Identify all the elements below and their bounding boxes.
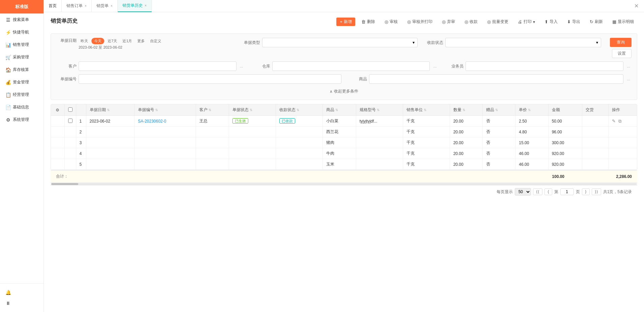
date-tab-7days[interactable]: 近7天 [106,38,119,44]
add-button[interactable]: + 新增 [336,18,355,26]
date-tab-1month[interactable]: 近1月 [120,38,134,44]
scrollbar-thumb[interactable] [51,183,78,185]
page-total-label: 页 [576,189,580,195]
copy-icon[interactable]: ⧉ [618,119,621,124]
refresh-button[interactable]: ↻ 刷新 [586,18,606,26]
th-check[interactable] [64,104,76,116]
tab-home[interactable]: 首页 [44,0,62,12]
tab-sales-history-close[interactable]: × [145,4,147,7]
customer-ellipsis[interactable]: ... [239,64,245,69]
date-tab-more[interactable]: 更多 [135,38,147,44]
sidebar-item-finance[interactable]: 💰 资金管理 [0,76,44,88]
sidebar-item-sales-mgmt[interactable]: 📊 销售管理 [0,38,44,51]
warehouse-input[interactable] [272,61,430,71]
sidebar-item-basic-info[interactable]: 📄 基础信息 [0,101,44,113]
date-tab-yesterday[interactable]: 昨天 [79,38,90,44]
type-select[interactable]: ▾ [262,38,418,47]
prev-page-button[interactable]: ⟨ [544,188,552,195]
last-page-button[interactable]: ⟩⟩ [592,188,601,195]
search-menu-icon: ☰ [5,17,11,23]
tab-sales-order-close[interactable]: × [85,4,87,8]
batch-change-button[interactable]: ◎ 批量变更 [484,18,512,26]
staff-ellipsis[interactable]: ... [625,64,632,69]
goods-input[interactable] [369,74,623,84]
collapse-button[interactable]: ∧ 收起更多条件 [56,87,632,96]
horizontal-scrollbar[interactable] [51,182,637,185]
page-title: 销货单历史 [51,18,78,25]
print-button[interactable]: 🖨 打印 ▾ [514,18,538,26]
audit-print-button[interactable]: ◎ 审核并打印 [404,18,436,26]
td-doc-no[interactable] [134,148,196,159]
audit-button[interactable]: ◎ 审核 [381,18,401,26]
customer-label: 客户 [56,63,77,69]
show-detail-button[interactable]: ▦ 显示明细 [609,18,637,26]
docno-input[interactable] [79,74,341,84]
sidebar-item-operations[interactable]: 📋 经营管理 [0,88,44,101]
td-doc-no[interactable] [134,127,196,137]
sidebar-item-search-menu[interactable]: ☰ 搜索菜单 [0,14,44,26]
date-tab-today[interactable]: 今天 [91,38,104,44]
th-collect-status[interactable]: 收款状态⇅ [276,104,323,116]
collect-select[interactable]: ▾ [445,38,601,47]
tab-sales-delivery[interactable]: 销货单 × [92,0,118,12]
warehouse-ellipsis[interactable]: ... [432,64,438,69]
td-goods: 牛肉 [323,148,356,159]
collect-button[interactable]: ◎ 收款 [461,18,481,26]
td-check[interactable] [64,127,76,137]
tab-sales-history[interactable]: 销货单历史 × [118,0,152,12]
td-check[interactable] [64,159,76,170]
scrollbar-track[interactable] [51,183,637,185]
abandon-button[interactable]: ◎ 弃审 [439,18,458,26]
th-unit[interactable]: 销售单位⇅ [403,104,450,116]
td-collect-status [276,137,323,148]
next-page-button[interactable]: ⟩ [582,188,590,195]
set-button[interactable]: 设置 [612,49,632,58]
th-doc-status[interactable]: 单据状态⇅ [229,104,276,116]
select-all-checkbox[interactable] [68,107,73,112]
doc-no-link[interactable]: SA-20230602-0 [138,119,166,124]
td-rownum: 1 [76,116,86,127]
staff-input[interactable] [466,61,623,71]
import-button[interactable]: ⬆ 导入 [541,18,561,26]
date-tab-custom[interactable]: 自定义 [148,38,163,44]
td-collect-status [276,127,323,137]
per-page-select[interactable]: 50 [515,188,531,196]
sidebar-item-purchase-mgmt[interactable]: 🛒 采购管理 [0,51,44,63]
th-spec[interactable]: 规格型号⇅ [356,104,403,116]
th-customer[interactable]: 客户⇅ [196,104,229,116]
th-gift[interactable]: 赠品⇅ [483,104,515,116]
th-rownum [76,104,86,116]
tab-home-label: 首页 [49,3,57,9]
td-doc-no[interactable] [134,137,196,148]
sidebar-item-inventory[interactable]: 🏠 库存核算 [0,63,44,76]
th-settings[interactable]: ⚙ [51,104,64,116]
row-checkbox[interactable] [68,119,73,123]
sidebar-item-sys-mgmt[interactable]: ⚙ 系统管理 [0,113,44,126]
tab-sales-delivery-close[interactable]: × [111,4,113,8]
goods-ellipsis[interactable]: ... [625,77,632,81]
th-doc-date[interactable]: 单据日期⇅ [86,104,134,116]
edit-icon[interactable]: ✎ [612,119,616,124]
td-doc-no[interactable]: SA-20230602-0 [134,116,196,127]
th-price[interactable]: 单价⇅ [515,104,548,116]
th-doc-no[interactable]: 单据编号⇅ [134,104,196,116]
th-goods[interactable]: 商品⇅ [323,104,356,116]
window-close-button[interactable]: ✕ [632,3,641,9]
sidebar-bottom-item2[interactable]: ⏸ [0,298,44,309]
td-doc-no[interactable] [134,159,196,170]
customer-input[interactable] [79,61,236,71]
td-amount: 96.00 [548,127,582,137]
sidebar-bottom-item1[interactable]: 🔔 [0,287,44,298]
tab-sales-order[interactable]: 销售订单 × [62,0,92,12]
first-page-button[interactable]: ⟨⟨ [533,188,542,195]
td-check[interactable] [64,137,76,148]
query-button[interactable]: 查询 [610,38,632,47]
td-action [609,137,637,148]
sidebar-item-quick-nav[interactable]: ⚡ 快捷导航 [0,26,44,38]
delete-button[interactable]: 🗑 删除 [358,18,379,26]
export-button[interactable]: ⬇ 导出 [564,18,584,26]
page-number-input[interactable] [560,188,574,195]
td-check[interactable] [64,148,76,159]
th-qty[interactable]: 数量⇅ [450,104,482,116]
td-check[interactable] [64,116,76,127]
